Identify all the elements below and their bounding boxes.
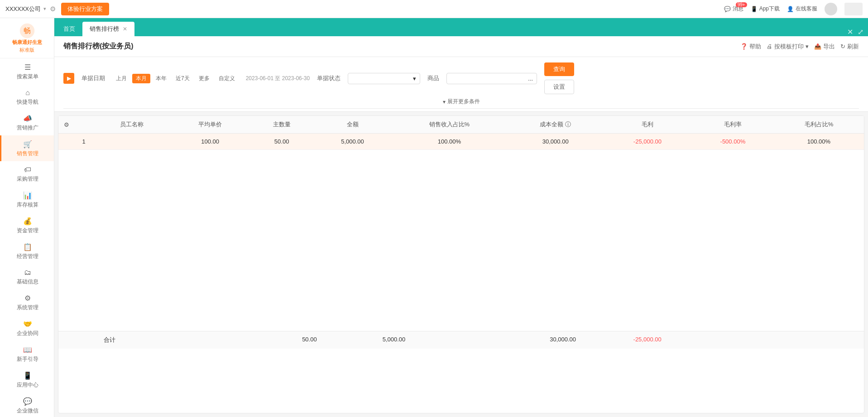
filter-row-1: ▶ 单据日期 上月 本月 本年 近7天 更多 自定义 2023-06-01 至 …	[63, 62, 859, 94]
page-header: 销售排行榜(按业务员) ❓ 帮助 🖨 按模板打印 ▾ 📤 导出	[54, 36, 868, 57]
filter-toggle-button[interactable]: ▶	[63, 73, 74, 84]
sidebar-item-label: 搜索菜单	[17, 73, 38, 81]
col-header-sales-pct: 销售收入占比%	[391, 116, 508, 134]
col-header-name: 员工名称	[93, 116, 171, 134]
online-service-item[interactable]: 👤 在线客服	[787, 5, 817, 13]
export-icon: 📤	[814, 43, 821, 50]
message-icon: 💬	[724, 6, 731, 12]
status-filter-select[interactable]: ▾	[348, 73, 420, 84]
footer-profit-rate	[690, 336, 774, 344]
cell-cost: 30,000.00	[508, 134, 603, 150]
tab-home[interactable]: 首页	[56, 22, 82, 36]
online-service-icon: 👤	[787, 6, 794, 12]
company-selector[interactable]: XXXXXX公司 ▾	[5, 5, 46, 13]
sidebar-item-system[interactable]: ⚙ 系统管理	[0, 289, 54, 315]
col-header-rank	[75, 116, 93, 134]
date-options: 上月 本月 本年 近7天 更多 自定义	[112, 74, 239, 83]
table-body: 1 100.00 50.00 5,000.00 100.00% 30,000.0…	[58, 134, 864, 150]
sidebar-item-label: 基础信息	[17, 278, 38, 286]
page-content: 销售排行榜(按业务员) ❓ 帮助 🖨 按模板打印 ▾ 📤 导出	[54, 36, 868, 417]
sidebar-item-marketing[interactable]: 📣 营销推广	[0, 110, 54, 135]
sidebar-item-wechat[interactable]: 💬 企业微信	[0, 393, 54, 417]
app-center-icon: 📱	[23, 371, 32, 380]
col-header-settings[interactable]: ⚙	[58, 116, 75, 134]
sidebar-item-label: 库存核算	[17, 201, 38, 209]
search-orders-icon: ☰	[24, 63, 31, 72]
goods-more-icon: ...	[528, 75, 533, 82]
tab-sales-ranking-label: 销售排行榜	[90, 25, 119, 33]
date-option-this-month[interactable]: 本月	[132, 74, 150, 83]
expand-more-conditions-button[interactable]: ▾ 展开更多条件	[443, 98, 480, 105]
sidebar-item-label: 新手引导	[17, 355, 38, 363]
date-option-more[interactable]: 更多	[195, 74, 213, 83]
sidebar-item-app-center[interactable]: 📱 应用中心	[0, 367, 54, 393]
date-option-last-month[interactable]: 上月	[112, 74, 130, 83]
app-download-item[interactable]: 📱 App下载	[751, 5, 780, 13]
sidebar-item-sales[interactable]: 🛒 销售管理	[0, 135, 54, 161]
col-header-amount: 全额	[314, 116, 391, 134]
sidebar-item-label: 系统管理	[17, 304, 38, 312]
footer-sales-pct	[436, 336, 521, 344]
filter-area: ▶ 单据日期 上月 本月 本年 近7天 更多 自定义 2023-06-01 至 …	[54, 57, 868, 112]
goods-filter-input[interactable]: ...	[446, 73, 537, 84]
sidebar-item-basics[interactable]: 🗂 基础信息	[0, 264, 54, 289]
sidebar-item-guide[interactable]: 📖 新手引导	[0, 341, 54, 367]
table-empty-space	[58, 150, 864, 331]
system-icon: ⚙	[24, 294, 31, 302]
wechat-icon: 💬	[23, 397, 32, 406]
export-button[interactable]: 📤 导出	[814, 43, 835, 51]
col-header-profit-rate: 毛利率	[692, 116, 774, 134]
query-button[interactable]: 查询	[544, 62, 574, 76]
sidebar-item-search-orders[interactable]: ☰ 搜索菜单	[0, 58, 54, 84]
sidebar-item-label: 应用中心	[17, 381, 38, 389]
date-option-this-year[interactable]: 本年	[152, 74, 170, 83]
message-item[interactable]: 💬 消息 99+	[724, 5, 743, 13]
date-range-display: 2023-06-01 至 2023-06-30	[246, 75, 310, 82]
footer-cells: 合计 50.00 5,000.00 30,000.00 -25,000.00	[64, 336, 858, 344]
cell-sales-pct: 100.00%	[391, 134, 508, 150]
logo-icon: 畅	[19, 23, 35, 39]
tab-close-icon[interactable]: ✕	[123, 26, 127, 32]
sidebar-item-label: 企业微信	[17, 407, 38, 415]
avatar[interactable]	[825, 3, 837, 15]
tab-bar: 首页 销售排行榜 ✕ ✕ ⤢	[54, 18, 868, 36]
finance-icon: 💰	[23, 217, 32, 225]
window-close-icon[interactable]: ✕	[847, 28, 853, 36]
date-option-custom[interactable]: 自定义	[215, 74, 239, 83]
logo-app-name: 畅康通好生意	[12, 39, 42, 46]
marketing-icon: 📣	[23, 114, 32, 123]
window-expand-icon[interactable]: ⤢	[858, 28, 863, 36]
sidebar-item-inventory[interactable]: 📊 库存核算	[0, 187, 54, 212]
app-download-label: App下载	[759, 5, 780, 13]
company-chevron-icon: ▾	[43, 6, 46, 12]
refresh-icon: ↻	[840, 43, 845, 50]
tab-sales-ranking[interactable]: 销售排行榜 ✕	[82, 22, 134, 36]
help-button[interactable]: ❓ 帮助	[740, 43, 761, 51]
trial-button[interactable]: 体验行业方案	[61, 3, 109, 15]
date-option-last-7-days[interactable]: 近7天	[172, 74, 193, 83]
print-template-button[interactable]: 🖨 按模板打印 ▾	[767, 43, 809, 51]
sidebar-item-operations[interactable]: 📋 经营管理	[0, 238, 54, 264]
cell-name	[93, 134, 171, 150]
company-settings-icon[interactable]: ⚙	[50, 5, 56, 13]
sidebar-item-quick-nav[interactable]: ⌂ 快捷导航	[0, 84, 54, 110]
sidebar-item-enterprise[interactable]: 🤝 企业协同	[0, 315, 54, 341]
inventory-icon: 📊	[23, 191, 32, 200]
sidebar-item-finance[interactable]: 💰 资金管理	[0, 212, 54, 238]
refresh-button[interactable]: ↻ 刷新	[840, 43, 859, 51]
sidebar-item-label: 企业协同	[17, 330, 38, 337]
content-area: 首页 销售排行榜 ✕ ✕ ⤢ 销售排行榜(按业务员) ❓ 帮助	[54, 18, 868, 417]
settings-button[interactable]: 设置	[544, 80, 574, 94]
col-settings-icon: ⚙	[64, 121, 69, 128]
tab-bar-right: ✕ ⤢	[843, 28, 868, 36]
online-service-label: 在线客服	[796, 5, 817, 13]
col-header-profit-pct: 毛利占比%	[774, 116, 864, 134]
tab-home-label: 首页	[63, 25, 75, 33]
footer-label: 合计	[98, 336, 183, 344]
cell-settings	[58, 134, 75, 150]
enterprise-icon: 🤝	[23, 320, 32, 328]
print-icon: 🖨	[767, 43, 772, 50]
print-label: 按模板打印	[774, 43, 804, 51]
export-label: 导出	[823, 43, 835, 51]
sidebar-item-purchase[interactable]: 🏷 采购管理	[0, 161, 54, 187]
